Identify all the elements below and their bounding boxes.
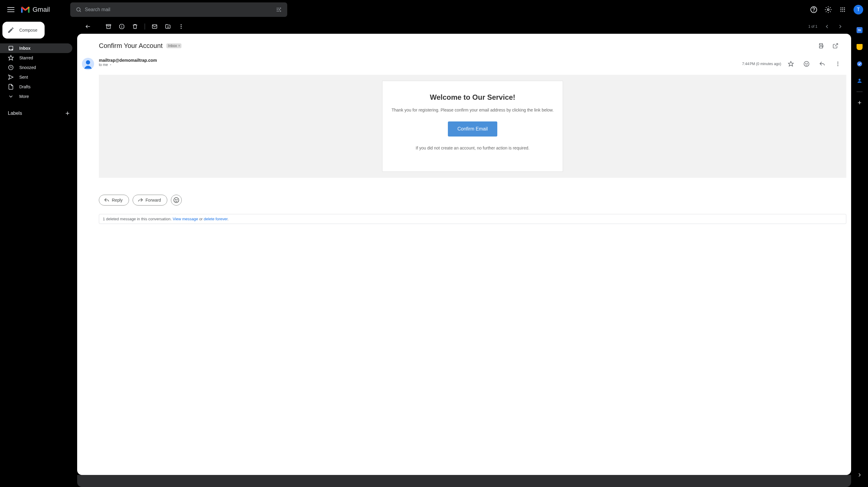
arrow-left-icon (85, 24, 91, 30)
calendar-app-button[interactable]: 31 (854, 24, 866, 36)
svg-point-33 (86, 60, 90, 64)
svg-point-42 (176, 200, 176, 200)
delete-forever-link[interactable]: delete forever (204, 217, 227, 221)
compose-button[interactable]: Compose (2, 22, 44, 38)
svg-point-35 (804, 61, 809, 67)
sidebar-item-label: More (19, 94, 29, 99)
apps-grid-icon (840, 7, 846, 13)
emoji-icon (804, 61, 809, 67)
keep-icon (857, 44, 863, 50)
reply-icon-button[interactable] (816, 58, 828, 70)
view-deleted-link[interactable]: View message (173, 217, 198, 221)
label-chip[interactable]: Inbox × (166, 43, 181, 48)
message-view: Confirm Your Account Inbox × (77, 34, 851, 475)
inbox-icon (8, 45, 14, 51)
add-app-button[interactable]: + (854, 97, 866, 109)
open-window-button[interactable] (830, 40, 841, 52)
svg-point-6 (814, 11, 814, 11)
contacts-app-button[interactable] (854, 75, 866, 87)
header-right: T (808, 4, 866, 16)
chevron-left-icon (824, 24, 830, 30)
emoji-react-button[interactable] (801, 58, 812, 70)
gmail-logo[interactable]: Gmail (21, 6, 50, 13)
gmail-m-icon (21, 6, 30, 13)
account-avatar[interactable]: T (854, 5, 863, 14)
svg-point-45 (859, 79, 861, 81)
reply-icon (104, 197, 110, 203)
open-external-icon (832, 43, 838, 49)
sidebar-item-more[interactable]: More (0, 92, 72, 101)
kebab-icon (178, 24, 184, 30)
chevron-down-icon (8, 93, 14, 99)
svg-point-3 (279, 9, 280, 10)
email-card: Welcome to Our Service! Thank you for re… (382, 81, 563, 172)
svg-point-8 (841, 7, 841, 8)
envelope-icon (152, 24, 158, 30)
archive-button[interactable] (102, 21, 115, 33)
prev-message-button[interactable] (821, 21, 833, 33)
gear-icon (825, 6, 832, 13)
svg-point-15 (842, 11, 843, 12)
support-button[interactable] (808, 4, 820, 16)
svg-point-13 (844, 9, 845, 10)
print-button[interactable] (815, 40, 827, 52)
send-icon (8, 74, 14, 80)
message-count: 1 of 1 (808, 24, 817, 29)
search-input[interactable] (85, 7, 273, 12)
message-more-button[interactable] (832, 58, 844, 70)
star-message-button[interactable] (785, 58, 797, 70)
sidebar-item-label: Inbox (19, 46, 30, 51)
sidebar-item-sent[interactable]: Sent (0, 72, 72, 82)
search-icon (76, 7, 82, 13)
compose-label: Compose (19, 28, 37, 33)
move-button[interactable] (162, 21, 174, 33)
settings-button[interactable] (822, 4, 834, 16)
message-subject: Confirm Your Account (99, 42, 163, 50)
delete-button[interactable] (129, 21, 141, 33)
next-message-button[interactable] (834, 21, 846, 33)
emoji-icon (173, 197, 179, 203)
forward-icon (138, 197, 143, 203)
emoji-button[interactable] (171, 195, 182, 206)
more-actions-button[interactable] (175, 21, 187, 33)
pencil-icon (7, 27, 14, 34)
email-intro: Thank you for registering. Please confir… (392, 108, 554, 113)
kebab-icon (835, 61, 841, 67)
remove-label-button[interactable]: × (178, 44, 180, 48)
svg-point-11 (841, 9, 841, 10)
svg-point-38 (837, 62, 838, 63)
search-options-button[interactable] (273, 4, 285, 16)
email-body: Welcome to Our Service! Thank you for re… (99, 75, 846, 178)
sidebar-item-inbox[interactable]: Inbox (0, 43, 72, 53)
reply-button[interactable]: Reply (99, 195, 129, 206)
search-button[interactable] (73, 4, 85, 16)
keep-app-button[interactable] (854, 41, 866, 53)
labels-heading: Labels (8, 111, 22, 116)
sidebar-item-starred[interactable]: Starred (0, 53, 72, 63)
folder-move-icon (165, 24, 171, 30)
email-heading: Welcome to Our Service! (392, 93, 554, 101)
add-label-button[interactable] (63, 109, 72, 118)
svg-line-1 (80, 10, 81, 12)
sidebar-item-label: Sent (19, 75, 28, 80)
spam-button[interactable] (116, 21, 128, 33)
label-chip-text: Inbox (168, 44, 177, 48)
sender-email: mailtrap@demomailtrap.com (99, 58, 742, 63)
svg-point-28 (181, 26, 181, 27)
collapse-panel-button[interactable] (854, 469, 866, 481)
deleted-or: or (198, 217, 204, 221)
back-button[interactable] (82, 21, 94, 33)
apps-button[interactable] (837, 4, 849, 16)
main-menu-button[interactable] (4, 2, 18, 17)
confirm-email-link[interactable]: Confirm Email (448, 121, 497, 136)
tasks-app-button[interactable] (854, 58, 866, 70)
forward-button[interactable]: Forward (133, 195, 167, 206)
email-disclaimer: If you did not create an account, no fur… (392, 146, 554, 150)
sidebar-item-drafts[interactable]: Drafts (0, 82, 72, 92)
sidebar-item-snoozed[interactable]: Snoozed (0, 63, 72, 72)
recipient-line[interactable]: to me (99, 63, 742, 67)
reply-label: Reply (112, 198, 123, 203)
calendar-icon: 31 (857, 27, 863, 33)
deleted-prefix: 1 deleted message in this conversation. (103, 217, 173, 221)
mark-unread-button[interactable] (149, 21, 161, 33)
